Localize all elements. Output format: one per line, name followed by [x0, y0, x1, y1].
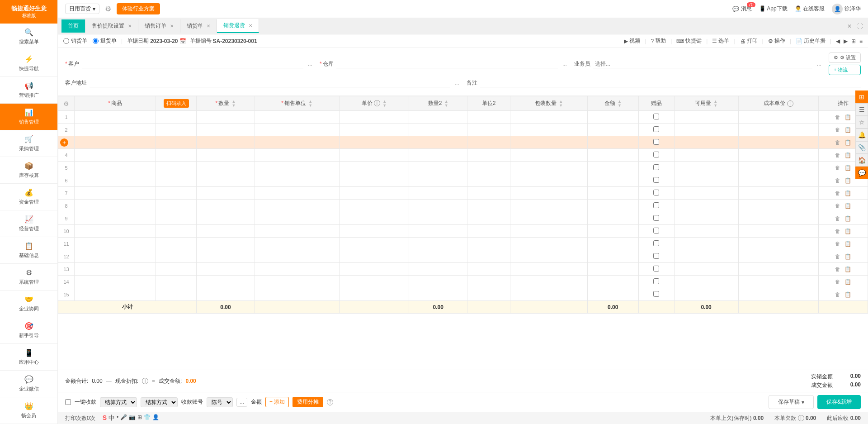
copy-icon[interactable]: 📋 [844, 266, 851, 272]
qty-cell[interactable] [197, 162, 255, 174]
sales-unit-cell[interactable] [255, 263, 339, 276]
logistics-btn[interactable]: + 物流 [829, 65, 861, 75]
copy-icon[interactable]: 📋 [844, 241, 851, 247]
unit2-cell[interactable] [467, 111, 510, 124]
credit-info[interactable]: i [798, 415, 804, 421]
sidebar-item-marketing[interactable]: 📢营销推广 [0, 77, 57, 104]
calc-type-select[interactable]: 结算方式 [141, 397, 178, 407]
gift-cell[interactable] [638, 250, 674, 263]
unit-price-cell[interactable] [339, 200, 409, 212]
goods-cell[interactable] [75, 174, 156, 187]
qty-cell[interactable] [197, 200, 255, 212]
delete-icon[interactable]: 🗑 [835, 291, 840, 298]
tab-close[interactable]: ✕ [249, 23, 252, 28]
settings-gear-icon[interactable]: ⚙ [105, 5, 111, 13]
float-grid-active[interactable]: ⊞ [855, 91, 868, 103]
goods-cell[interactable] [75, 187, 156, 200]
amount-cell[interactable] [587, 276, 638, 288]
qty-cell[interactable] [197, 263, 255, 276]
available-cell[interactable] [674, 174, 738, 187]
available-cell[interactable] [674, 276, 738, 288]
unit-price-cell[interactable] [339, 238, 409, 250]
add-payment-btn[interactable]: + 添加 [265, 397, 289, 407]
sidebar-item-enterprise[interactable]: 🤝企业协同 [0, 291, 57, 317]
sales-unit-cell[interactable] [255, 162, 339, 174]
goods-cell[interactable] [75, 111, 156, 124]
gift-cell[interactable] [638, 200, 674, 212]
gift-cell[interactable] [638, 111, 674, 124]
unit2-cell[interactable] [467, 187, 510, 200]
user-info[interactable]: 👤 徐泽华 [832, 4, 861, 14]
tab-close[interactable]: ✕ [207, 24, 210, 29]
qty-cell[interactable] [197, 212, 255, 225]
unit-price-cell[interactable] [339, 187, 409, 200]
qty-cell[interactable] [197, 136, 255, 149]
gift-checkbox[interactable] [653, 278, 659, 284]
remark-input[interactable] [480, 79, 861, 87]
amount-cell[interactable] [587, 288, 638, 301]
tab-销货退货[interactable]: 销货退货✕ [217, 19, 259, 33]
goods-cell[interactable] [75, 162, 156, 174]
sales-unit-cell[interactable] [255, 124, 339, 136]
unit-price-cell[interactable] [339, 250, 409, 263]
sales-unit-cell[interactable] [255, 288, 339, 301]
dot-icon[interactable]: • [117, 414, 118, 422]
gift-cell[interactable] [638, 162, 674, 174]
zhong-icon[interactable]: 中 [108, 414, 115, 422]
unit-price-cell[interactable] [339, 174, 409, 187]
video-btn[interactable]: ▶ 视频 [624, 37, 640, 45]
setting-btn[interactable]: ⚙ ⚙ 设置 [829, 52, 861, 63]
sales-unit-cell[interactable] [255, 200, 339, 212]
help-btn[interactable]: ? 帮助 [651, 37, 666, 45]
sales-unit-cell[interactable] [255, 111, 339, 124]
unit2-cell[interactable] [467, 149, 510, 162]
pkg-qty-cell[interactable] [510, 149, 588, 162]
cam-icon[interactable]: 📷 [129, 414, 136, 422]
available-cell[interactable] [674, 288, 738, 301]
qty-cell[interactable] [197, 124, 255, 136]
calc-method-select[interactable]: 结算方式 [100, 397, 137, 407]
goods-cell[interactable] [75, 212, 156, 225]
cost-price-cell[interactable] [738, 276, 819, 288]
copy-icon[interactable]: 📋 [844, 228, 851, 234]
unit2-cell[interactable] [467, 136, 510, 149]
pkg-qty-cell[interactable] [510, 136, 588, 149]
cost-price-cell[interactable] [738, 288, 819, 301]
sidebar-item-search[interactable]: 🔍搜索菜单 [0, 24, 57, 50]
qty-cell[interactable] [197, 111, 255, 124]
gift-checkbox[interactable] [653, 202, 659, 208]
gift-cell[interactable] [638, 136, 674, 149]
customer-dots[interactable]: ... [308, 61, 312, 67]
next-btn[interactable]: ▶ [844, 38, 848, 44]
float-star[interactable]: ☆ [855, 116, 868, 129]
calendar-icon[interactable]: 📅 [179, 38, 186, 44]
float-list[interactable]: ☰ [855, 103, 868, 116]
address-input[interactable] [90, 79, 450, 87]
delete-icon[interactable]: 🗑 [835, 266, 840, 272]
cost-price-cell[interactable] [738, 263, 819, 276]
pkg-qty-cell[interactable] [510, 174, 588, 187]
shirt-icon[interactable]: 👕 [144, 414, 151, 422]
sales-unit-cell[interactable] [255, 225, 339, 238]
sidebar-item-system[interactable]: ⚙系统管理 [0, 264, 57, 291]
qty-cell[interactable] [197, 174, 255, 187]
qty-cell[interactable] [197, 238, 255, 250]
gift-cell[interactable] [638, 149, 674, 162]
qty2-cell[interactable] [409, 276, 467, 288]
float-chat-active[interactable]: 💬 [855, 167, 868, 179]
goods-cell[interactable] [75, 136, 156, 149]
unit-price-cell[interactable] [339, 136, 409, 149]
cost-price-cell[interactable] [738, 212, 819, 225]
cost-price-info[interactable]: i [787, 100, 793, 107]
float-bell[interactable]: 🔔 [855, 129, 868, 141]
salesman-dots[interactable]: ... [817, 61, 821, 67]
delete-icon[interactable]: 🗑 [835, 253, 840, 260]
return-radio-input[interactable] [93, 38, 99, 44]
warehouse-dots[interactable]: ... [562, 61, 567, 67]
discount-info[interactable]: i [142, 378, 148, 384]
qty2-cell[interactable] [409, 288, 467, 301]
list-view-btn[interactable]: ≡ [859, 38, 863, 44]
cost-price-cell[interactable] [738, 225, 819, 238]
available-cell[interactable] [674, 136, 738, 149]
goods-cell[interactable] [75, 276, 156, 288]
